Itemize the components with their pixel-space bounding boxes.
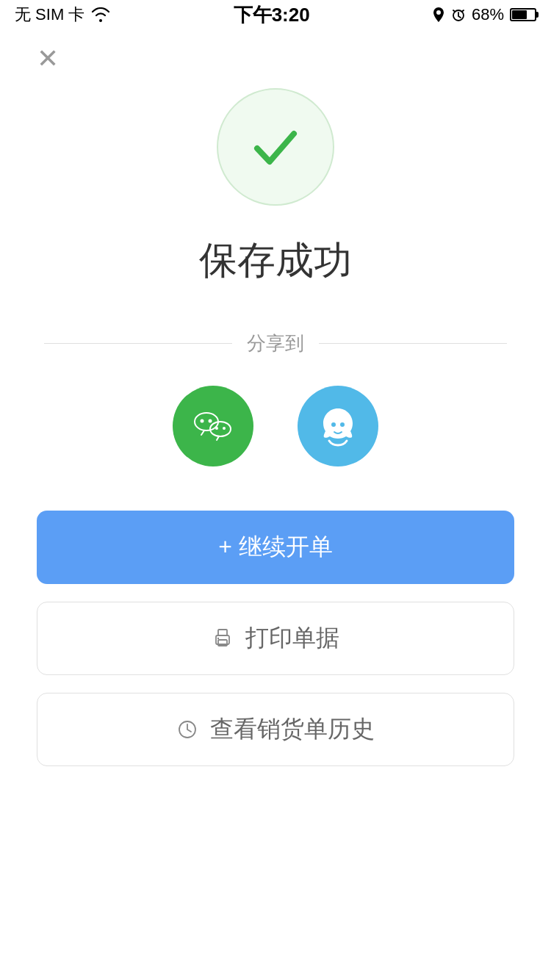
checkmark-icon xyxy=(246,118,305,176)
location-icon xyxy=(432,7,445,22)
divider-left xyxy=(44,343,232,344)
share-section: 分享到 xyxy=(0,331,551,466)
wechat-icon xyxy=(190,403,237,450)
main-content: 保存成功 分享到 xyxy=(0,29,551,980)
action-buttons: + 继续开单 打印单据 查看销货单历史 xyxy=(0,511,551,766)
history-label: 查看销货单历史 xyxy=(210,713,375,746)
wifi-icon xyxy=(90,7,111,22)
history-button[interactable]: 查看销货单历史 xyxy=(37,693,514,766)
status-time: 下午3:20 xyxy=(234,2,310,28)
share-icons xyxy=(173,386,378,466)
svg-point-4 xyxy=(209,419,212,423)
divider-right xyxy=(319,343,507,344)
continue-order-label: + 继续开单 xyxy=(218,531,333,563)
close-button[interactable]: ✕ xyxy=(29,40,66,77)
alarm-icon xyxy=(451,7,466,22)
status-right: 68% xyxy=(432,5,536,24)
status-left: 无 SIM 卡 xyxy=(15,4,111,26)
wechat-share-button[interactable] xyxy=(173,386,253,466)
no-sim-text: 无 SIM 卡 xyxy=(15,4,84,26)
success-circle xyxy=(217,88,334,206)
continue-order-button[interactable]: + 继续开单 xyxy=(37,511,514,584)
battery-icon xyxy=(510,8,536,21)
svg-rect-10 xyxy=(218,630,227,635)
share-label: 分享到 xyxy=(232,331,319,356)
share-divider: 分享到 xyxy=(0,331,551,356)
svg-point-3 xyxy=(201,419,204,423)
svg-point-8 xyxy=(340,422,345,427)
close-icon: ✕ xyxy=(37,46,59,72)
status-bar: 无 SIM 卡 下午3:20 68% xyxy=(0,0,551,29)
history-icon xyxy=(176,718,198,741)
success-title: 保存成功 xyxy=(199,235,352,287)
print-button[interactable]: 打印单据 xyxy=(37,602,514,675)
svg-point-1 xyxy=(195,413,218,430)
printer-icon xyxy=(212,627,234,649)
svg-point-6 xyxy=(223,427,226,430)
svg-point-5 xyxy=(215,427,218,430)
battery-percent: 68% xyxy=(472,5,504,24)
svg-point-12 xyxy=(217,638,219,639)
svg-point-7 xyxy=(331,422,336,427)
qq-icon xyxy=(314,403,361,450)
qq-share-button[interactable] xyxy=(298,386,378,466)
print-label: 打印单据 xyxy=(245,622,339,655)
